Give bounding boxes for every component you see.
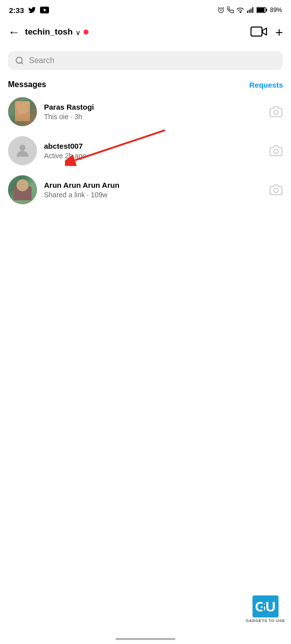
svg-rect-5	[248, 10, 250, 13]
svg-text:U: U	[266, 599, 276, 614]
header-actions: +	[250, 25, 283, 40]
avatar-placeholder	[8, 136, 37, 165]
avatar	[8, 97, 37, 126]
list-item[interactable]: Paras Rastogi This oie · 3h	[4, 92, 287, 131]
status-left: 2:33	[9, 6, 49, 15]
message-list: Paras Rastogi This oie · 3h abctest007 A…	[0, 92, 291, 209]
message-content: abctest007 Active 2h ago	[44, 142, 269, 160]
svg-point-3	[240, 13, 241, 13]
youtube-icon	[40, 7, 49, 14]
online-status-dot	[84, 30, 88, 35]
username-label: techin_tosh	[25, 27, 72, 37]
search-icon	[15, 56, 24, 65]
video-camera-button[interactable]	[250, 26, 268, 39]
camera-button[interactable]	[269, 144, 283, 158]
search-bar[interactable]: Search	[8, 51, 283, 70]
svg-rect-24	[262, 602, 264, 612]
message-preview: Shared a link · 109w	[44, 191, 269, 199]
wifi-icon	[236, 7, 244, 13]
status-icons: 89%	[218, 7, 282, 14]
svg-rect-9	[266, 9, 267, 11]
chevron-down-icon[interactable]: ∨	[76, 29, 80, 37]
status-time: 2:33	[9, 6, 24, 15]
message-preview: This oie · 3h	[44, 113, 269, 121]
list-item[interactable]: abctest007 Active 2h ago	[4, 131, 287, 170]
watermark: G U GADGETS TO USE	[246, 595, 285, 623]
svg-point-16	[20, 145, 26, 151]
message-content: Paras Rastogi This oie · 3h	[44, 103, 269, 121]
avatar	[8, 136, 37, 165]
twitter-icon	[28, 6, 36, 14]
contact-name: Paras Rastogi	[44, 103, 269, 111]
camera-button[interactable]	[269, 183, 283, 197]
battery-icon	[256, 7, 268, 13]
svg-point-15	[274, 110, 278, 115]
svg-rect-4	[247, 11, 248, 13]
svg-rect-11	[251, 27, 262, 36]
message-preview: Active 2h ago	[44, 152, 269, 160]
phone-icon	[227, 7, 234, 14]
svg-rect-10	[257, 8, 264, 12]
camera-button[interactable]	[269, 105, 283, 119]
svg-text:G: G	[255, 599, 266, 614]
contact-name: abctest007	[44, 142, 269, 150]
svg-rect-13	[256, 27, 256, 36]
status-bar: 2:33	[0, 0, 291, 18]
search-container: Search	[0, 46, 291, 75]
avatar	[8, 175, 37, 204]
svg-point-17	[274, 149, 278, 154]
list-item[interactable]: Arun Arun Arun Arun Shared a link · 109w	[4, 170, 287, 209]
header: ← techin_tosh ∨ +	[0, 18, 291, 46]
battery-percent: 89%	[270, 7, 282, 14]
new-message-button[interactable]: +	[276, 25, 283, 40]
requests-button[interactable]: Requests	[249, 81, 283, 89]
back-button[interactable]: ←	[8, 25, 20, 39]
watermark-logo: G U	[252, 595, 278, 617]
contact-name: Arun Arun Arun Arun	[44, 181, 269, 189]
video-camera-icon	[250, 26, 268, 39]
svg-rect-12	[250, 27, 262, 37]
svg-rect-6	[250, 9, 252, 13]
home-indicator	[116, 638, 176, 640]
svg-point-14	[16, 57, 22, 63]
messages-section-label: Messages	[8, 80, 46, 89]
messages-section-header: Messages Requests	[0, 75, 291, 92]
gadgets-to-use-logo: G U	[252, 595, 278, 617]
alarm-icon	[218, 7, 224, 14]
message-content: Arun Arun Arun Arun Shared a link · 109w	[44, 181, 269, 199]
svg-rect-7	[252, 7, 253, 13]
header-title: techin_tosh ∨	[25, 27, 250, 37]
watermark-label: GADGETS TO USE	[246, 618, 285, 623]
signal-icon	[247, 7, 254, 13]
search-input[interactable]: Search	[29, 56, 54, 65]
svg-point-18	[274, 188, 278, 193]
